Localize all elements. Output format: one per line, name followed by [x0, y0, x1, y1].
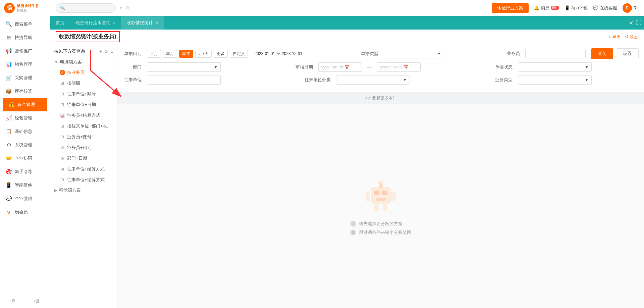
- sidebar-item-inventory[interactable]: 📦 库存核算: [0, 85, 50, 98]
- voucher-status-select[interactable]: ▼: [518, 62, 592, 72]
- sp-account-icon: ⊡: [60, 134, 65, 140]
- date-btn-last7[interactable]: 近7天: [195, 50, 212, 58]
- sidebar-item-basic[interactable]: 📋 基础信息: [0, 125, 50, 138]
- topbar-search[interactable]: 🔍: [56, 3, 116, 13]
- sidebar-item-guide[interactable]: 🎯 新手引导: [0, 165, 50, 178]
- sidebar-bottom: ⚙ ◁‖: [0, 293, 50, 308]
- query-button[interactable]: 查询: [591, 48, 613, 59]
- biz-type-chevron: ▼: [585, 78, 589, 82]
- scheme-item-sp-date[interactable]: ⊙ 业务员+日期: [50, 142, 117, 153]
- sidebar-item-system[interactable]: ⚙ 系统管理: [0, 138, 50, 152]
- partner-label: 往来单位: [123, 77, 142, 83]
- sidebar-item-hardware[interactable]: 📱 智能硬件: [0, 178, 50, 192]
- online-service-action[interactable]: 💬 在线客服: [593, 5, 617, 11]
- sidebar-item-weixin[interactable]: 💬 企业微信: [0, 192, 50, 205]
- scheme-item-unit-settlement1[interactable]: ⊞ 往来单位+结算方式: [50, 164, 117, 174]
- review-date-to-icon: 📅: [403, 65, 408, 69]
- scheme-item-by-salesperson[interactable]: ⊙ 按业务员: [50, 67, 117, 78]
- tab-bank[interactable]: 现金银行流水查询 ✕: [70, 16, 121, 30]
- scheme-add-btn[interactable]: +: [99, 49, 102, 54]
- sidebar-item-marketing[interactable]: 📢 营销推广: [0, 44, 50, 58]
- content-area: 按以下方案查询 + ⚙ « ▼ 电脑端方案 ⊙: [50, 44, 644, 308]
- biz-type-select[interactable]: ▼: [518, 75, 592, 85]
- scheme-collapse-btn[interactable]: «: [110, 49, 113, 54]
- page-header: 收款情况统计(按业务员) ↑ 导出 ↺ 刷新: [50, 30, 644, 44]
- sidebar-item-finance[interactable]: 💰 资金管理: [3, 98, 47, 111]
- filter-setting-button[interactable]: 设置: [616, 48, 639, 59]
- salesperson-select[interactable]: ···: [525, 49, 586, 58]
- dept-select[interactable]: ▼: [147, 62, 221, 72]
- operation-icon: 📈: [5, 115, 12, 121]
- inventory-icon: 📦: [5, 88, 12, 95]
- export-icon: ↑: [609, 34, 611, 39]
- tab-collection[interactable]: 收款情况统计 ✕: [121, 16, 164, 30]
- scheme-item-unit-settlement2[interactable]: ⊡ 往来单位+结算方式: [50, 174, 117, 185]
- scheme-panel-header: 按以下方案查询 + ⚙ «: [50, 44, 117, 57]
- sidebar-item-operation[interactable]: 📈 经营管理: [0, 111, 50, 125]
- empty-state: 1 请先选择要分析的方案 2 用过滤条件来缩小分析范围: [117, 104, 644, 308]
- empty-steps-list: 1 请先选择要分析的方案 2 用过滤条件来缩小分析范围: [350, 221, 411, 238]
- topbar-settings-icon[interactable]: ⚙: [125, 5, 129, 10]
- unit-date-icon: ⊡: [60, 102, 65, 107]
- date-btn-last-month[interactable]: 上月: [147, 50, 161, 58]
- collapse-icon: ∧∧: [365, 96, 371, 101]
- settings-bottom-btn[interactable]: ⚙: [3, 296, 24, 305]
- scheme-setting-btn[interactable]: ⚙: [104, 49, 108, 54]
- notification-action[interactable]: 🔔 消息 99+: [534, 5, 559, 11]
- partner-category-select[interactable]: ▼: [336, 75, 410, 85]
- sidebar-item-enterprise[interactable]: 🤝 企业协同: [0, 152, 50, 165]
- scheme-item-sp-account[interactable]: ⊡ 业务员+账号: [50, 132, 117, 142]
- sidebar-item-quicknav[interactable]: ⊞ 快捷导航: [0, 31, 50, 44]
- user-avatar-area[interactable]: R Rit: [623, 3, 639, 13]
- scheme-item-sp-settlement[interactable]: 📊 业务员+结算方式: [50, 110, 117, 121]
- logo-text: 畅捷通好生意 标准版: [17, 3, 39, 12]
- mobile-group-arrow: ▶: [54, 188, 57, 193]
- export-button[interactable]: ↑ 导出: [609, 34, 621, 40]
- partner-select[interactable]: ···: [147, 75, 221, 85]
- scheme-item-unit-account[interactable]: ⊡ 往来单位+账号: [50, 89, 117, 99]
- collapse-bar[interactable]: ∧∧ 收起更多条件: [117, 92, 644, 104]
- trial-button[interactable]: 体验行业方案: [492, 3, 529, 13]
- date-range: 2023-01-01 至 2023-12-31: [255, 51, 303, 57]
- tabbar: 首页 现金银行流水查询 ✕ 收款情况统计 ✕ ✕ ⛶: [50, 16, 644, 30]
- topbar-dropdown-arrow[interactable]: ▼: [119, 6, 123, 10]
- tab-bank-close[interactable]: ✕: [112, 20, 116, 25]
- tab-maximize-btn[interactable]: ⛶: [636, 20, 641, 26]
- voucher-type-select[interactable]: ▼: [384, 49, 444, 58]
- scheme-item-by-detail[interactable]: ⊞ 按明细: [50, 78, 117, 89]
- sidebar-item-search[interactable]: 🔍 搜索菜单: [0, 17, 50, 31]
- main-area: 🔍 ▼ ⚙ 体验行业方案 🔔 消息 99+ 📱 App下载 💬: [50, 0, 644, 308]
- tab-home[interactable]: 首页: [50, 16, 70, 30]
- tab-collection-close[interactable]: ✕: [155, 20, 158, 25]
- svg-rect-1: [374, 191, 379, 195]
- notification-icon: 🔔: [534, 5, 539, 10]
- sidebar-item-member[interactable]: V 畅会员: [0, 205, 50, 219]
- scheme-group-mobile: ▶ 移动端方案: [50, 185, 117, 195]
- sidebar-item-sales[interactable]: 📊 销售管理: [0, 58, 50, 71]
- voucher-type-chevron: ▼: [437, 51, 441, 56]
- date-btn-this-month[interactable]: 本月: [163, 50, 177, 58]
- sidebar-logo: 畅 畅捷通好生意 标准版: [0, 0, 50, 16]
- collapse-sidebar-btn[interactable]: ◁‖: [26, 296, 48, 305]
- review-date-to[interactable]: yyyy-mm-dd 📅: [377, 62, 421, 72]
- sp-date-icon: ⊙: [60, 145, 65, 150]
- date-btn-custom[interactable]: 自定义: [230, 50, 248, 58]
- scheme-group-mobile-title[interactable]: ▶ 移动端方案: [50, 185, 117, 195]
- app-download-action[interactable]: 📱 App下载: [565, 5, 588, 11]
- tab-close-all-btn[interactable]: ✕: [629, 20, 633, 26]
- date-btn-more[interactable]: 更多: [214, 50, 228, 58]
- scheme-group-pc-title[interactable]: ▼ 电脑端方案: [50, 57, 117, 67]
- scheme-item-unit-dept-col[interactable]: ⊡ 按往来单位+部门+收...: [50, 121, 117, 132]
- detail-icon: ⊞: [60, 81, 65, 86]
- scheme-item-unit-date[interactable]: ⊡ 往来单位+日期: [50, 99, 117, 110]
- refresh-icon: ↺: [625, 34, 629, 39]
- date-btn-this-year[interactable]: 本年: [179, 50, 193, 58]
- sidebar-item-purchase[interactable]: 🛒 采购管理: [0, 71, 50, 85]
- review-date-from[interactable]: yyyy-mm-dd 📅: [318, 62, 362, 72]
- guide-icon: 🎯: [5, 168, 12, 175]
- service-icon: 💬: [593, 5, 598, 10]
- scheme-item-dept-date[interactable]: ⊙ 部门+日期: [50, 153, 117, 164]
- empty-robot-illustration: [361, 174, 401, 214]
- refresh-button[interactable]: ↺ 刷新: [625, 34, 639, 40]
- partner-category-chevron: ▼: [403, 78, 407, 82]
